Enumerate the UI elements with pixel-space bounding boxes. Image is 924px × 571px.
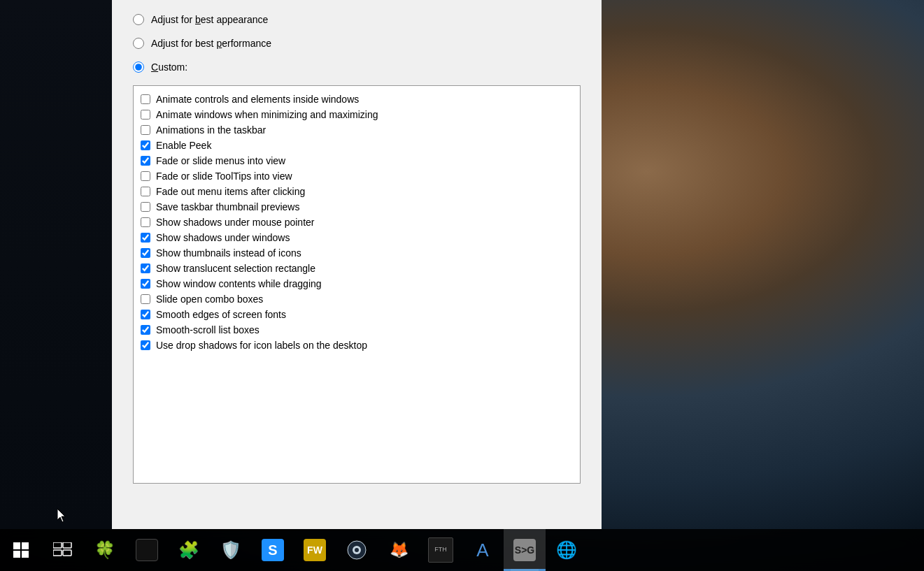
fox-icon: 🦊 [388, 539, 410, 561]
black-app-icon [136, 539, 158, 561]
svg-rect-8 [63, 550, 71, 556]
checkbox-drop-shadows-label: Use drop shadows for icon labels on the … [156, 340, 367, 351]
checkbox-fade-tooltips[interactable]: Fade or slide ToolTips into view [138, 168, 576, 184]
checkbox-animations-taskbar-label: Animations in the taskbar [156, 124, 266, 136]
checkbox-translucent-selection-input[interactable] [141, 263, 150, 273]
checkbox-animate-controls[interactable]: Animate controls and elements inside win… [138, 92, 576, 107]
checkbox-window-contents-input[interactable] [141, 279, 150, 289]
checkbox-drop-shadows-input[interactable] [141, 340, 150, 350]
world-app-button[interactable]: 🌐 [546, 529, 588, 571]
checkbox-smooth-edges[interactable]: Smooth edges of screen fonts [138, 307, 576, 322]
sg-app-button[interactable]: S>G [504, 529, 546, 571]
checkbox-smooth-scroll-label: Smooth-scroll list boxes [156, 324, 260, 335]
radio-custom-input[interactable] [133, 62, 144, 73]
fw-app-button[interactable]: FW [294, 529, 336, 571]
checkbox-thumbnails-icons-label: Show thumbnails instead of icons [156, 247, 301, 259]
radio-best-appearance-label: Adjust for best appearance [151, 14, 268, 25]
checkbox-fade-menus-input[interactable] [141, 156, 150, 166]
checkbox-translucent-selection-label: Show translucent selection rectangle [156, 263, 315, 274]
black-app-button[interactable] [126, 529, 168, 571]
clover-app-button[interactable]: 🍀 [84, 529, 126, 571]
windows-start-icon [10, 539, 32, 561]
radio-custom[interactable]: Custom: [133, 62, 581, 73]
steam-icon [346, 539, 368, 561]
chest-app-button[interactable]: 🧩 [168, 529, 210, 571]
radio-best-appearance-input[interactable] [133, 14, 144, 25]
checkbox-enable-peek-label: Enable Peek [156, 140, 211, 151]
skype-app-button[interactable]: S [252, 529, 294, 571]
radio-best-appearance[interactable]: Adjust for best appearance [133, 14, 581, 25]
checkbox-save-taskbar-label: Save taskbar thumbnail previews [156, 201, 299, 212]
checkbox-animate-controls-input[interactable] [141, 94, 150, 104]
fth-icon: FTH [428, 537, 453, 563]
checkbox-thumbnails-icons[interactable]: Show thumbnails instead of icons [138, 245, 576, 261]
svg-rect-1 [13, 542, 20, 549]
checkbox-smooth-edges-input[interactable] [141, 310, 150, 319]
svg-point-11 [355, 548, 359, 552]
checkbox-animations-taskbar-input[interactable] [141, 125, 150, 135]
letter-app-button[interactable]: A [462, 529, 504, 571]
fth-label-text: FTH [434, 547, 447, 554]
left-panel [0, 0, 112, 529]
checkbox-drop-shadows[interactable]: Use drop shadows for icon labels on the … [138, 338, 576, 353]
checkbox-save-taskbar-input[interactable] [141, 202, 150, 212]
performance-options-dialog: Adjust for best appearance Adjust for be… [112, 0, 602, 529]
checkbox-fade-menus-label: Fade or slide menus into view [156, 155, 285, 166]
checkbox-animate-controls-label: Animate controls and elements inside win… [156, 94, 359, 105]
checkbox-animate-windows-label: Animate windows when minimizing and maxi… [156, 109, 378, 120]
start-button[interactable] [0, 529, 42, 571]
clover-icon: 🍀 [94, 539, 116, 561]
checkbox-enable-peek[interactable]: Enable Peek [138, 138, 576, 153]
svg-rect-6 [53, 550, 62, 556]
checkbox-smooth-edges-label: Smooth edges of screen fonts [156, 309, 286, 320]
visual-effects-list[interactable]: Animate controls and elements inside win… [133, 85, 581, 484]
checkbox-fade-tooltips-label: Fade or slide ToolTips into view [156, 171, 292, 182]
fth-app-button[interactable]: FTH [420, 529, 462, 571]
checkbox-save-taskbar[interactable]: Save taskbar thumbnail previews [138, 199, 576, 215]
checkbox-thumbnails-icons-input[interactable] [141, 248, 150, 258]
checkbox-window-contents[interactable]: Show window contents while dragging [138, 276, 576, 291]
checkbox-shadow-windows[interactable]: Show shadows under windows [138, 230, 576, 245]
checkbox-shadow-mouse-input[interactable] [141, 217, 150, 227]
fox-app-button[interactable]: 🦊 [378, 529, 420, 571]
checkbox-slide-combo[interactable]: Slide open combo boxes [138, 291, 576, 307]
checkbox-shadow-mouse[interactable]: Show shadows under mouse pointer [138, 215, 576, 230]
shield-icon: 🛡️ [220, 539, 242, 561]
checkbox-fade-menu-items[interactable]: Fade out menu items after clicking [138, 184, 576, 199]
svg-rect-2 [22, 542, 29, 549]
fw-icon: FW [304, 539, 326, 561]
checkbox-shadow-windows-label: Show shadows under windows [156, 232, 290, 243]
radio-best-performance-label: Adjust for best performance [151, 38, 271, 49]
checkbox-fade-tooltips-input[interactable] [141, 171, 150, 181]
checkbox-smooth-scroll-input[interactable] [141, 325, 150, 335]
checkbox-fade-menus[interactable]: Fade or slide menus into view [138, 153, 576, 168]
radio-best-performance-input[interactable] [133, 38, 144, 49]
radio-custom-label: Custom: [151, 62, 187, 73]
sg-icon: S>G [513, 539, 536, 561]
checkbox-animations-taskbar[interactable]: Animations in the taskbar [138, 122, 576, 138]
checkbox-enable-peek-input[interactable] [141, 140, 150, 150]
svg-rect-4 [22, 551, 29, 558]
skype-icon: S [262, 539, 284, 561]
checkbox-shadow-windows-input[interactable] [141, 233, 150, 243]
checkbox-slide-combo-input[interactable] [141, 294, 150, 304]
checkbox-animate-windows-input[interactable] [141, 110, 150, 120]
svg-rect-3 [13, 551, 20, 558]
checkbox-shadow-mouse-label: Show shadows under mouse pointer [156, 217, 314, 228]
task-view-button[interactable] [42, 529, 84, 571]
svg-rect-7 [63, 542, 71, 548]
checkbox-fade-menu-items-label: Fade out menu items after clicking [156, 186, 305, 197]
svg-rect-5 [53, 542, 62, 548]
checkbox-fade-menu-items-input[interactable] [141, 187, 150, 196]
checkbox-translucent-selection[interactable]: Show translucent selection rectangle [138, 261, 576, 276]
task-view-icon [52, 539, 74, 561]
steam-app-button[interactable] [336, 529, 378, 571]
chest-icon: 🧩 [178, 539, 200, 561]
checkbox-animate-windows[interactable]: Animate windows when minimizing and maxi… [138, 107, 576, 122]
world-icon: 🌐 [555, 539, 578, 561]
radio-best-performance[interactable]: Adjust for best performance [133, 38, 581, 49]
letter-icon: A [471, 539, 494, 561]
checkbox-window-contents-label: Show window contents while dragging [156, 278, 322, 289]
checkbox-smooth-scroll[interactable]: Smooth-scroll list boxes [138, 322, 576, 338]
shield-app-button[interactable]: 🛡️ [210, 529, 252, 571]
